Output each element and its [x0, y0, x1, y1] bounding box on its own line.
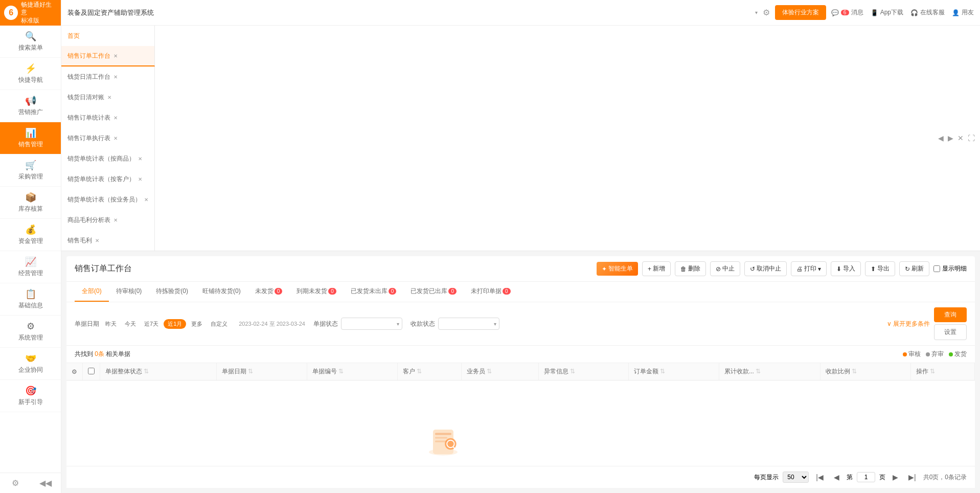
- tab-close-2[interactable]: ✕: [113, 74, 118, 80]
- status-select[interactable]: [341, 318, 402, 330]
- sort-icon-0[interactable]: ⇅: [144, 368, 149, 375]
- export-btn[interactable]: ⬆ 导出: [865, 261, 895, 276]
- last-page-btn[interactable]: ▶|: [905, 472, 919, 482]
- filter-tab-5[interactable]: 到期未发货0: [289, 282, 344, 302]
- sort-icon-8[interactable]: ⇅: [852, 368, 857, 375]
- tab-5[interactable]: 销售订单执行表✕: [61, 128, 155, 148]
- show-detail-checkbox[interactable]: 显示明细: [933, 264, 967, 273]
- next-page-btn[interactable]: ▶: [890, 472, 901, 482]
- sort-icon-2[interactable]: ⇅: [338, 368, 344, 375]
- tab-4[interactable]: 销售订单统计表✕: [61, 107, 155, 128]
- date-opt-更多[interactable]: 更多: [188, 319, 206, 329]
- tab-7[interactable]: 销货单统计表（按客户）✕: [61, 169, 155, 189]
- tab-8[interactable]: 销货单统计表（按业务员）✕: [61, 189, 155, 210]
- date-opt-近1月[interactable]: 近1月: [164, 319, 186, 329]
- refresh-btn[interactable]: ↻ 刷新: [899, 261, 929, 276]
- message-btn[interactable]: 💬 6 消息: [831, 8, 863, 17]
- collapse-icon[interactable]: ◀◀: [31, 473, 61, 493]
- tab-scroll-left-btn[interactable]: ◀: [937, 133, 945, 143]
- tab-close-6[interactable]: ✕: [138, 156, 142, 162]
- filter-tab-3[interactable]: 旺铺待发货(0): [195, 282, 248, 302]
- page-size-select[interactable]: 50 100 200: [783, 472, 809, 483]
- sort-icon-9[interactable]: ⇅: [930, 368, 935, 375]
- payment-select[interactable]: [438, 318, 499, 330]
- filter-tab-2[interactable]: 待拣验货(0): [149, 282, 195, 302]
- sidebar-item-6[interactable]: 💰资金管理: [0, 219, 61, 251]
- settings-cols-icon[interactable]: ⚙: [72, 368, 77, 375]
- query-btn[interactable]: 查询: [934, 307, 967, 322]
- tab-6[interactable]: 销货单统计表（按商品）✕: [61, 148, 155, 169]
- user-btn[interactable]: 👤 用友: [952, 8, 974, 17]
- stop-btn[interactable]: ⊘ 中止: [710, 261, 740, 276]
- sidebar-item-5[interactable]: 📦库存核算: [0, 187, 61, 219]
- expand-conditions-btn[interactable]: ∨ 展开更多条件: [887, 320, 930, 328]
- date-opt-近7天[interactable]: 近7天: [141, 319, 162, 329]
- tab-1[interactable]: 销售订单工作台✕: [61, 46, 155, 66]
- filter-tab-1[interactable]: 待审核(0): [109, 282, 149, 302]
- sort-icon-5[interactable]: ⇅: [570, 368, 575, 375]
- settings-gear-icon[interactable]: ⚙: [763, 8, 770, 17]
- filter-setting-btn[interactable]: 设置: [934, 324, 967, 340]
- filter-tab-6[interactable]: 已发货未出库0: [344, 282, 404, 302]
- filter-tab-8[interactable]: 未打印单据0: [464, 282, 518, 302]
- sidebar-item-1[interactable]: ⚡快捷导航: [0, 58, 61, 90]
- sort-icon-7[interactable]: ⇅: [756, 368, 761, 375]
- data-table: ⚙单据整体状态⇅单据日期⇅单据编号⇅客户⇅业务员⇅异常信息⇅订单金额⇅累计收款.…: [66, 363, 975, 466]
- col-settings[interactable]: ⚙: [66, 363, 83, 380]
- tab-10[interactable]: 销售毛利✕: [61, 230, 155, 251]
- cancel-stop-btn[interactable]: ↺ 取消中止: [744, 261, 787, 276]
- ai-gen-btn[interactable]: ✦ 智能生单: [597, 262, 638, 276]
- sidebar-item-10[interactable]: 🤝企业协同: [0, 348, 61, 380]
- delete-btn[interactable]: 🗑 删除: [675, 261, 706, 276]
- tab-scroll-right-btn[interactable]: ▶: [947, 133, 954, 143]
- tab-close-8[interactable]: ✕: [144, 197, 148, 203]
- tab-maximize-btn[interactable]: ⛶: [967, 133, 976, 143]
- show-detail-input[interactable]: [933, 265, 940, 272]
- batch-action-0[interactable]: 审核: [903, 350, 921, 358]
- sidebar-item-8[interactable]: 📋基础信息: [0, 283, 61, 316]
- import-btn[interactable]: ⬇ 导入: [831, 261, 861, 276]
- filter-tab-4[interactable]: 未发货0: [248, 282, 290, 302]
- tab-close-5[interactable]: ✕: [113, 136, 118, 141]
- sort-icon-6[interactable]: ⇅: [660, 368, 665, 375]
- sidebar-item-2[interactable]: 📢营销推广: [0, 90, 61, 122]
- select-all-checkbox[interactable]: [88, 368, 95, 374]
- tab-close-7[interactable]: ✕: [138, 176, 142, 182]
- tab-0[interactable]: 首页: [61, 26, 155, 46]
- tab-3[interactable]: 钱货日清对账✕: [61, 87, 155, 107]
- batch-action-2[interactable]: 发货: [949, 350, 967, 358]
- system-dropdown-arrow[interactable]: ▾: [755, 10, 758, 15]
- filter-tab-0[interactable]: 全部(0): [75, 282, 109, 302]
- first-page-btn[interactable]: |◀: [813, 472, 827, 482]
- tab-close-4[interactable]: ✕: [113, 115, 118, 121]
- sort-icon-3[interactable]: ⇅: [417, 368, 422, 375]
- new-btn[interactable]: + 新增: [642, 261, 671, 276]
- online-service-btn[interactable]: 🎧 在线客服: [910, 8, 945, 17]
- settings-icon[interactable]: ⚙: [0, 473, 31, 493]
- sidebar-item-7[interactable]: 📈经营管理: [0, 251, 61, 283]
- tab-9[interactable]: 商品毛利分析表✕: [61, 210, 155, 230]
- tab-close-10[interactable]: ✕: [95, 238, 99, 243]
- tab-close-all-btn[interactable]: ✕: [956, 133, 965, 143]
- print-btn[interactable]: 🖨 打印 ▾: [791, 261, 827, 276]
- sort-icon-1[interactable]: ⇅: [248, 368, 253, 375]
- filter-tab-7[interactable]: 已发货已出库0: [403, 282, 464, 302]
- app-download-btn[interactable]: 📱 App下载: [871, 8, 903, 17]
- sidebar-item-4[interactable]: 🛒采购管理: [0, 154, 61, 187]
- date-opt-今天[interactable]: 今天: [122, 319, 139, 329]
- batch-action-1[interactable]: 弃审: [926, 350, 944, 358]
- tab-close-3[interactable]: ✕: [107, 95, 111, 100]
- prev-page-btn[interactable]: ◀: [831, 472, 842, 482]
- tab-close-1[interactable]: ✕: [113, 53, 118, 59]
- sidebar-item-11[interactable]: 🎯新手引导: [0, 380, 61, 412]
- sidebar-item-0[interactable]: 🔍搜索菜单: [0, 26, 61, 58]
- date-opt-昨天[interactable]: 昨天: [102, 319, 120, 329]
- sidebar-item-3[interactable]: 📊销售管理: [0, 122, 61, 154]
- tab-2[interactable]: 钱货日清工作台✕: [61, 66, 155, 87]
- sidebar-item-9[interactable]: ⚙系统管理: [0, 316, 61, 348]
- date-opt-自定义[interactable]: 自定义: [208, 319, 231, 329]
- sort-icon-4[interactable]: ⇅: [487, 368, 492, 375]
- tab-close-9[interactable]: ✕: [113, 217, 118, 223]
- industry-btn[interactable]: 体验行业方案: [775, 5, 826, 20]
- page-number-input[interactable]: [857, 472, 875, 482]
